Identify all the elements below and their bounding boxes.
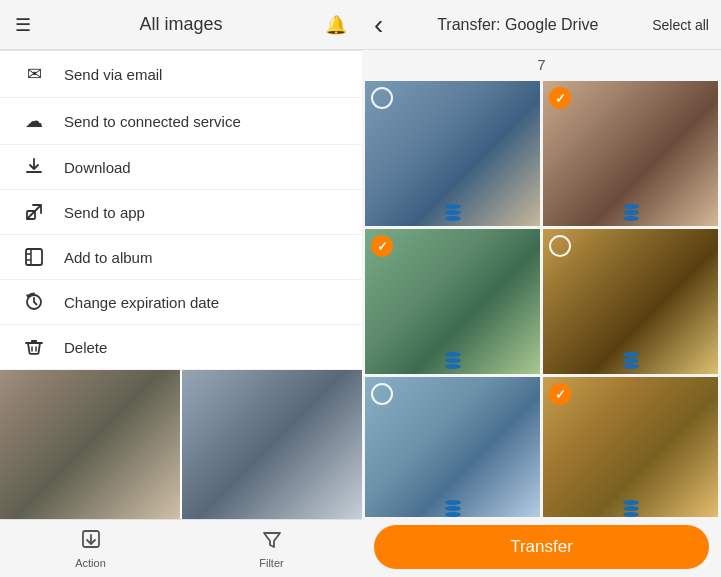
action-send-cloud[interactable]: ☁ Send to connected service bbox=[0, 98, 362, 145]
photo-checkbox-4[interactable] bbox=[549, 235, 571, 257]
svg-marker-4 bbox=[264, 533, 280, 547]
action-tab-label: Action bbox=[75, 557, 106, 569]
right-panel: ‹ Transfer: Google Drive Select all 7 bbox=[362, 0, 721, 577]
left-panel: ☰ All images 🔔 ✉ Send via email ☁ Send t… bbox=[0, 0, 362, 577]
send-app-icon bbox=[20, 202, 48, 222]
email-icon: ✉ bbox=[20, 63, 48, 85]
filter-tab-icon bbox=[261, 528, 283, 555]
photo-count: 7 bbox=[362, 50, 721, 79]
action-label-send-email: Send via email bbox=[64, 66, 162, 83]
svg-rect-1 bbox=[26, 249, 42, 265]
photo-cell-3[interactable] bbox=[365, 229, 540, 374]
photo-checkbox-6[interactable] bbox=[549, 383, 571, 405]
action-label-add-album: Add to album bbox=[64, 249, 152, 266]
action-change-expiry[interactable]: Change expiration date bbox=[0, 280, 362, 325]
menu-icon[interactable]: ☰ bbox=[15, 14, 31, 36]
download-icon bbox=[20, 157, 48, 177]
filter-tab-label: Filter bbox=[259, 557, 283, 569]
action-menu: ✉ Send via email ☁ Send to connected ser… bbox=[0, 50, 362, 370]
photo-cell-5[interactable] bbox=[365, 377, 540, 517]
action-tab-icon bbox=[80, 528, 102, 555]
panel-title: Transfer: Google Drive bbox=[437, 16, 598, 34]
photo-cloud-3 bbox=[445, 344, 461, 369]
bottom-tab-bar: Action Filter bbox=[0, 519, 362, 577]
photo-cell-2[interactable] bbox=[543, 81, 718, 226]
photo-cloud-1 bbox=[445, 196, 461, 221]
photo-checkbox-2[interactable] bbox=[549, 87, 571, 109]
transfer-bar: Transfer bbox=[362, 517, 721, 577]
action-send-app[interactable]: Send to app bbox=[0, 190, 362, 235]
action-add-album[interactable]: Add to album bbox=[0, 235, 362, 280]
action-label-delete: Delete bbox=[64, 339, 107, 356]
right-header: ‹ Transfer: Google Drive Select all bbox=[362, 0, 721, 50]
tab-action[interactable]: Action bbox=[0, 528, 181, 569]
photo-cell-1[interactable] bbox=[365, 81, 540, 226]
back-button[interactable]: ‹ bbox=[374, 9, 383, 41]
select-all-button[interactable]: Select all bbox=[652, 17, 709, 33]
action-send-email[interactable]: ✉ Send via email bbox=[0, 51, 362, 98]
transfer-button[interactable]: Transfer bbox=[374, 525, 709, 569]
action-label-send-app: Send to app bbox=[64, 204, 145, 221]
photo-cell-4[interactable] bbox=[543, 229, 718, 374]
photo-grid bbox=[362, 79, 721, 517]
photo-cloud-2 bbox=[623, 196, 639, 221]
delete-icon bbox=[20, 337, 48, 357]
left-header: ☰ All images 🔔 bbox=[0, 0, 362, 50]
photo-checkbox-5[interactable] bbox=[371, 383, 393, 405]
photo-checkbox-3[interactable] bbox=[371, 235, 393, 257]
tab-filter[interactable]: Filter bbox=[181, 528, 362, 569]
album-icon bbox=[20, 247, 48, 267]
action-download[interactable]: Download bbox=[0, 145, 362, 190]
bell-icon[interactable]: 🔔 bbox=[325, 14, 347, 36]
photo-cloud-4 bbox=[623, 344, 639, 369]
photo-checkbox-1[interactable] bbox=[371, 87, 393, 109]
cloud-icon: ☁ bbox=[20, 110, 48, 132]
action-label-send-cloud: Send to connected service bbox=[64, 113, 241, 130]
action-delete[interactable]: Delete bbox=[0, 325, 362, 370]
action-label-change-expiry: Change expiration date bbox=[64, 294, 219, 311]
photo-cell-6[interactable] bbox=[543, 377, 718, 517]
photo-cloud-5 bbox=[445, 492, 461, 517]
page-title: All images bbox=[139, 14, 222, 35]
photo-cloud-6 bbox=[623, 492, 639, 517]
action-label-download: Download bbox=[64, 159, 131, 176]
expiry-icon bbox=[20, 292, 48, 312]
